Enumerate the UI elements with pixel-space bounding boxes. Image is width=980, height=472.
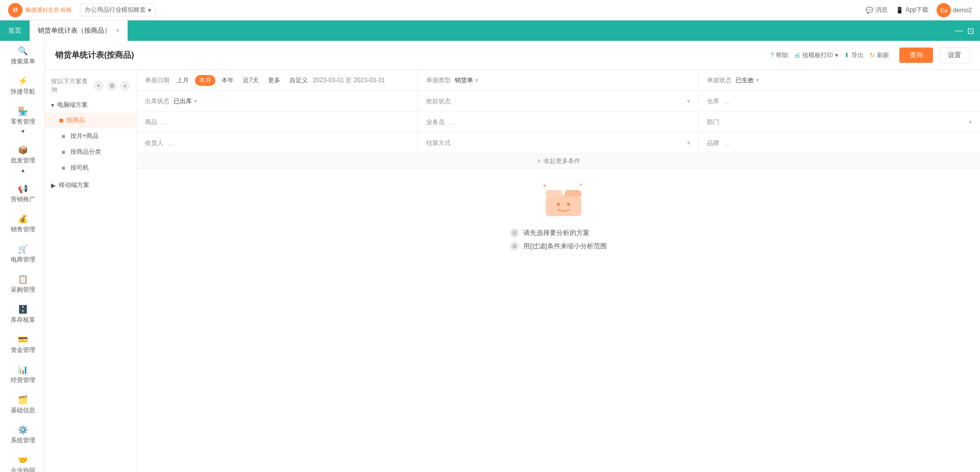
docstatus-label: 单据状态 [707, 76, 731, 85]
sidebar-item-purchase[interactable]: 📋 采购管理 [0, 269, 44, 299]
receiptstatus-content: ▾ [455, 98, 691, 105]
sidebar-finance-label: 资金管理 [11, 346, 35, 355]
nav-group-desktop-title[interactable]: ▾ 电脑端方案 [45, 98, 136, 112]
doctype-label: 单据类型 [426, 76, 451, 85]
ecommerce-icon: 🛒 [18, 244, 28, 254]
svg-rect-0 [546, 197, 581, 216]
nav-item-by-goods[interactable]: 按商品 [45, 112, 136, 128]
workspace-selector[interactable]: 办公用品行业模拟账套 ▾ [80, 4, 156, 16]
filter-row-4: 收货人 … 结算方式 ▾ 品牌 … [137, 133, 980, 154]
sidebar-item-inventory[interactable]: 🗄️ 库存核算 [0, 299, 44, 329]
add-scheme-btn[interactable]: + [93, 81, 104, 91]
tab-active[interactable]: 销货单统计表（按商品） × [30, 20, 128, 41]
tab-maximize-icon[interactable]: ⊡ [967, 26, 974, 36]
page-title: 销货单统计表(按商品) [55, 50, 134, 67]
warehouse-label: 仓库 [707, 97, 719, 106]
nav-month-icon: ■ [59, 132, 67, 140]
salesperson-dots[interactable]: … [449, 118, 456, 126]
filter-cell-date: 单据日期 上月 本月 本年 近7天 更多 自定义 2023-03-01 至 20… [137, 70, 418, 90]
sidebar-item-search[interactable]: 🔍 搜索菜单 [0, 41, 44, 71]
collapse-bar[interactable]: ∧ 收起更多条件 [137, 154, 980, 169]
tab-home-label: 首页 [8, 26, 21, 35]
sidebar-item-marketing[interactable]: 📢 营销推广 [0, 179, 44, 209]
sidebar-item-operations[interactable]: 📊 经营管理 [0, 360, 44, 390]
doctype-value: 销货单 [455, 76, 473, 85]
query-button[interactable]: 查询 [899, 48, 933, 63]
sidebar-item-wholesale[interactable]: 📦 批发管理 ▴ [0, 140, 44, 179]
warehouse-dots[interactable]: … [723, 97, 730, 105]
sidebar-sales-label: 销售管理 [11, 225, 35, 234]
tab-close-btn[interactable]: × [116, 27, 119, 34]
sales-icon: 💰 [18, 214, 28, 224]
export-icon: ⬆ [844, 52, 849, 59]
sidebar-enterprise-label: 企业协同 [11, 466, 35, 472]
sidebar-item-sales[interactable]: 💰 销售管理 [0, 209, 44, 239]
svg-text:✦: ✦ [579, 182, 583, 187]
goods-dots[interactable]: … [161, 118, 168, 126]
app-download-label: App下载 [905, 6, 928, 14]
marketing-icon: 📢 [18, 184, 28, 194]
user-menu[interactable]: Ea demo2 [937, 3, 972, 17]
nav-item-goods-category[interactable]: ■ 按商品分类 [45, 144, 136, 160]
message-action[interactable]: 💬 消息 [866, 6, 888, 14]
department-dropdown[interactable]: ▾ [969, 119, 972, 126]
refresh-btn[interactable]: ↻ 刷新 [870, 51, 889, 60]
sidebar-item-system[interactable]: ⚙️ 系统管理 [0, 420, 44, 450]
date-tab-7days[interactable]: 近7天 [240, 75, 262, 86]
topbar-right: 💬 消息 📱 App下载 Ea demo2 [866, 3, 972, 17]
sidebar-item-quicknav[interactable]: ⚡ 快捷导航 [0, 71, 44, 101]
nav-item-month-goods-label: 按月+商品 [70, 132, 99, 140]
sidebar-item-finance[interactable]: 💳 资金管理 [0, 329, 44, 360]
brand-content: … [723, 139, 972, 147]
receiptstatus-dropdown[interactable]: ▾ [687, 98, 690, 105]
left-nav-panel: 按以下方案查询 + ⚙ « ▾ 电脑端方案 按商品 [45, 70, 137, 472]
sidebar-search-label: 搜索菜单 [11, 57, 35, 66]
sidebar-item-ecommerce[interactable]: 🛒 电商管理 [0, 239, 44, 269]
date-tab-thismonth[interactable]: 本月 [195, 75, 215, 86]
payment-dropdown[interactable]: ▾ [687, 139, 690, 147]
print-btn[interactable]: 🖨 按模板打印 ▾ [794, 51, 838, 60]
docstatus-dropdown[interactable]: ▾ [756, 77, 759, 84]
filter-cell-docstatus: 单据状态 已生效 ▾ [699, 70, 980, 90]
brand-dots[interactable]: … [723, 139, 730, 147]
sidebar-item-enterprise[interactable]: 🤝 企业协同 [0, 450, 44, 472]
sidebar-item-basics[interactable]: 🗂️ 基础信息 [0, 390, 44, 420]
nav-group-mobile-title[interactable]: ▶ 移动端方案 [45, 178, 136, 193]
empty-state: ✦ ✦ ✦ ① 请先选择要分析的方案 ② 用[ [137, 171, 980, 251]
date-tab-custom[interactable]: 自定义 [286, 75, 311, 86]
sidebar-basics-label: 基础信息 [11, 406, 35, 415]
department-content: ▾ [723, 119, 972, 126]
date-tab-lastmonth[interactable]: 上月 [174, 75, 192, 86]
department-label: 部门 [707, 118, 719, 127]
desktop-group-label: 电脑端方案 [57, 101, 88, 109]
app-download-action[interactable]: 📱 App下载 [896, 6, 928, 14]
filter-cell-goods: 商品 … [137, 112, 418, 132]
date-tab-more[interactable]: 更多 [265, 75, 283, 86]
tab-home[interactable]: 首页 [0, 20, 30, 41]
export-btn[interactable]: ⬆ 导出 [844, 51, 864, 60]
desktop-group-arrow: ▾ [51, 102, 54, 109]
svg-point-1 [557, 203, 560, 206]
operations-icon: 📊 [18, 365, 28, 374]
filter-cell-receiptstatus: 收款状态 ▾ [418, 91, 699, 111]
collapse-nav-btn[interactable]: « [120, 81, 130, 91]
help-btn[interactable]: ? 帮助 [770, 51, 788, 60]
sidebar-purchase-label: 采购管理 [11, 286, 35, 294]
logo-icon: 好 [8, 3, 22, 17]
tab-minimize-icon[interactable]: — [955, 26, 963, 35]
inventory-icon: 🗄️ [18, 304, 28, 314]
docstatus-content: 已生效 ▾ [736, 76, 972, 85]
outstatus-dropdown[interactable]: ▾ [194, 98, 197, 105]
sidebar-item-retail[interactable]: 🏪 零售管理 ▾ [0, 101, 44, 140]
settings-button[interactable]: 设置 [939, 47, 970, 63]
system-icon: ⚙️ [18, 425, 28, 435]
date-tab-thisyear[interactable]: 本年 [218, 75, 237, 86]
edit-scheme-btn[interactable]: ⚙ [107, 81, 117, 91]
doctype-dropdown[interactable]: ▾ [475, 77, 478, 84]
filter-cell-payment: 结算方式 ▾ [418, 133, 699, 153]
nav-item-month-goods[interactable]: ■ 按月+商品 [45, 128, 136, 144]
page-actions: ? 帮助 🖨 按模板打印 ▾ ⬆ 导出 ↻ 刷新 查询 设置 [770, 47, 970, 69]
filter-cell-brand: 品牌 … [699, 133, 980, 153]
consignee-dots[interactable]: … [167, 139, 175, 147]
nav-item-driver[interactable]: ■ 按司机 [45, 160, 136, 176]
